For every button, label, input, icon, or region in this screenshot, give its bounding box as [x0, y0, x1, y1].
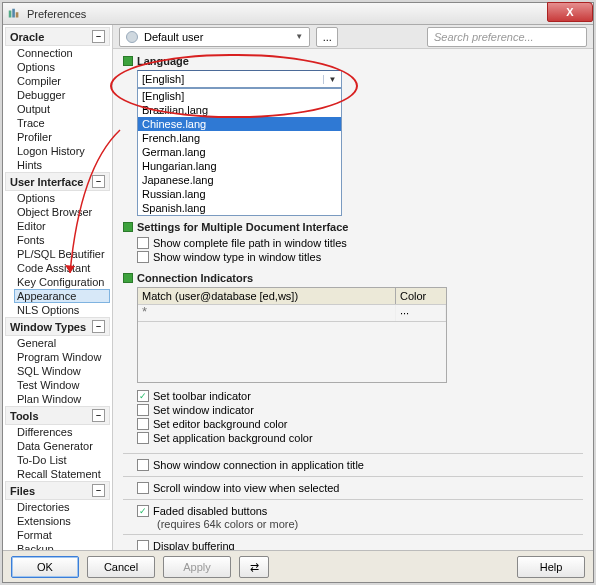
sidebar-item-profiler[interactable]: Profiler	[14, 130, 110, 144]
language-option[interactable]: [English]	[138, 89, 341, 103]
ok-button[interactable]: OK	[11, 556, 79, 578]
sidebar-item-key-configuration[interactable]: Key Configuration	[14, 275, 110, 289]
checkbox[interactable]	[137, 482, 149, 494]
language-option[interactable]: Spanish.lang	[138, 201, 341, 215]
content-header: Default user ▼ ... Search preference...	[113, 25, 593, 49]
titlebar: Preferences X	[3, 3, 593, 25]
checkbox-label: Scroll window into view when selected	[153, 482, 339, 494]
svg-rect-0	[9, 10, 12, 17]
sidebar-item-format[interactable]: Format	[14, 528, 110, 542]
sidebar-group-oracle[interactable]: Oracle–	[5, 27, 110, 46]
language-option[interactable]: Chinese.lang	[138, 117, 341, 131]
collapse-icon[interactable]	[123, 273, 133, 283]
checkbox-label: Show window type in window titles	[153, 251, 321, 263]
prefs-icon	[7, 7, 21, 21]
checkbox[interactable]	[137, 404, 149, 416]
checkbox-label: Display buffering	[153, 540, 235, 550]
checkbox[interactable]	[137, 390, 149, 402]
sidebar-item-code-assistant[interactable]: Code Assistant	[14, 261, 110, 275]
language-dropdown-list: [English]Brazilian.langChinese.langFrenc…	[137, 88, 342, 216]
sidebar-item-directories[interactable]: Directories	[14, 500, 110, 514]
sidebar-item-appearance[interactable]: Appearance	[14, 289, 110, 303]
sidebar-item-plan-window[interactable]: Plan Window	[14, 392, 110, 406]
table-body[interactable]	[138, 322, 446, 382]
checkbox[interactable]	[137, 459, 149, 471]
sidebar: Oracle–ConnectionOptionsCompilerDebugger…	[3, 25, 113, 550]
sidebar-item-differences[interactable]: Differences	[14, 425, 110, 439]
checkbox-label: Set editor background color	[153, 418, 288, 430]
apply-button[interactable]: Apply	[163, 556, 231, 578]
main-panel: Language [English]▼ [English]Brazilian.l…	[113, 49, 593, 550]
sidebar-item-hints[interactable]: Hints	[14, 158, 110, 172]
sidebar-group-files[interactable]: Files–	[5, 481, 110, 500]
language-option[interactable]: French.lang	[138, 131, 341, 145]
connection-section: Connection Indicators Match (user@databa…	[123, 272, 583, 445]
user-dropdown[interactable]: Default user ▼	[119, 27, 310, 47]
sidebar-item-compiler[interactable]: Compiler	[14, 74, 110, 88]
sidebar-item-sql-window[interactable]: SQL Window	[14, 364, 110, 378]
help-button[interactable]: Help	[517, 556, 585, 578]
section-title: Language	[137, 55, 189, 67]
checkbox[interactable]	[137, 432, 149, 444]
collapse-icon[interactable]: –	[92, 409, 105, 422]
extra-button[interactable]: ...	[316, 27, 338, 47]
user-label: Default user	[144, 31, 203, 43]
checkbox-label: Faded disabled buttons	[153, 505, 267, 517]
checkbox[interactable]	[137, 418, 149, 430]
sidebar-group-window-types[interactable]: Window Types–	[5, 317, 110, 336]
language-option[interactable]: German.lang	[138, 145, 341, 159]
sidebar-item-extensions[interactable]: Extensions	[14, 514, 110, 528]
checkbox[interactable]	[137, 251, 149, 263]
collapse-icon[interactable]: –	[92, 175, 105, 188]
checkbox-sublabel: (requires 64k colors or more)	[123, 518, 583, 530]
sidebar-item-fonts[interactable]: Fonts	[14, 233, 110, 247]
sidebar-group-tools[interactable]: Tools–	[5, 406, 110, 425]
checkbox[interactable]	[137, 237, 149, 249]
user-icon	[126, 31, 138, 43]
chevron-down-icon: ▼	[323, 75, 337, 84]
sidebar-item-object-browser[interactable]: Object Browser	[14, 205, 110, 219]
add-row[interactable]: *	[138, 305, 396, 321]
cancel-button[interactable]: Cancel	[87, 556, 155, 578]
language-option[interactable]: Russian.lang	[138, 187, 341, 201]
close-button[interactable]: X	[547, 2, 593, 22]
sidebar-item-recall-statement[interactable]: Recall Statement	[14, 467, 110, 481]
collapse-icon[interactable]: –	[92, 30, 105, 43]
sidebar-item-backup[interactable]: Backup	[14, 542, 110, 550]
sidebar-group-user-interface[interactable]: User Interface–	[5, 172, 110, 191]
checkbox-row: Show complete file path in window titles	[123, 236, 583, 250]
collapse-icon[interactable]: –	[92, 320, 105, 333]
sidebar-item-output[interactable]: Output	[14, 102, 110, 116]
collapse-icon[interactable]	[123, 56, 133, 66]
nav-button[interactable]: ⇄	[239, 556, 269, 578]
sidebar-item-debugger[interactable]: Debugger	[14, 88, 110, 102]
search-input[interactable]: Search preference...	[427, 27, 587, 47]
checkbox-row: Show window type in window titles	[123, 250, 583, 264]
checkbox[interactable]	[137, 505, 149, 517]
sidebar-item-to-do-list[interactable]: To-Do List	[14, 453, 110, 467]
connection-table: Match (user@database [ed,ws]) Color *···	[137, 287, 447, 383]
color-cell[interactable]: ···	[396, 305, 446, 321]
sidebar-item-test-window[interactable]: Test Window	[14, 378, 110, 392]
sidebar-item-logon-history[interactable]: Logon History	[14, 144, 110, 158]
sidebar-item-nls-options[interactable]: NLS Options	[14, 303, 110, 317]
language-option[interactable]: Brazilian.lang	[138, 103, 341, 117]
language-option[interactable]: Japanese.lang	[138, 173, 341, 187]
language-option[interactable]: Hungarian.lang	[138, 159, 341, 173]
checkbox-label: Set window indicator	[153, 404, 254, 416]
checkbox[interactable]	[137, 540, 149, 550]
sidebar-item-general[interactable]: General	[14, 336, 110, 350]
collapse-icon[interactable]	[123, 222, 133, 232]
language-dropdown[interactable]: [English]▼ [English]Brazilian.langChines…	[137, 70, 342, 88]
sidebar-item-trace[interactable]: Trace	[14, 116, 110, 130]
sidebar-item-options[interactable]: Options	[14, 191, 110, 205]
collapse-icon[interactable]: –	[92, 484, 105, 497]
sidebar-item-program-window[interactable]: Program Window	[14, 350, 110, 364]
sidebar-item-connection[interactable]: Connection	[14, 46, 110, 60]
sidebar-item-options[interactable]: Options	[14, 60, 110, 74]
section-title: Connection Indicators	[137, 272, 253, 284]
sidebar-item-data-generator[interactable]: Data Generator	[14, 439, 110, 453]
chevron-down-icon: ▼	[295, 32, 303, 41]
sidebar-item-pl-sql-beautifier[interactable]: PL/SQL Beautifier	[14, 247, 110, 261]
sidebar-item-editor[interactable]: Editor	[14, 219, 110, 233]
